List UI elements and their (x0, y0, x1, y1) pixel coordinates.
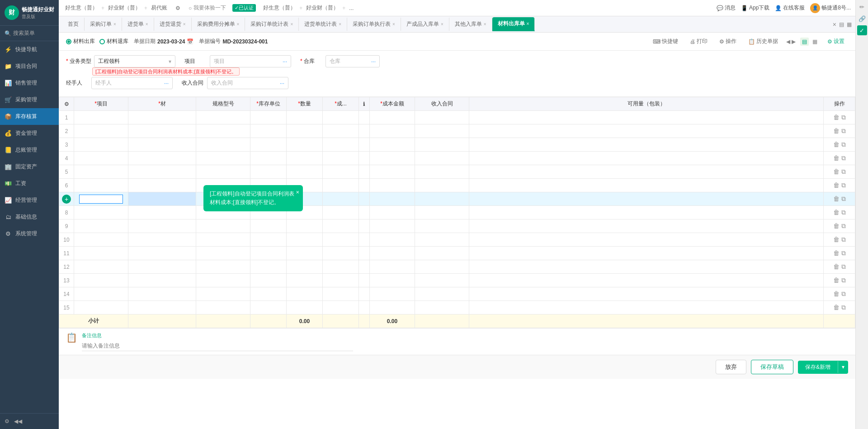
delete-row-btn[interactable]: 🗑 (833, 304, 840, 311)
sidebar-item-sales[interactable]: 📊 销售管理 (0, 75, 59, 91)
tab-material-out[interactable]: 材料出库单 × (492, 17, 535, 31)
copy-row-btn[interactable]: ⧉ (841, 222, 846, 230)
nav-settings[interactable]: ⚙ (174, 5, 182, 11)
sidebar-item-assets[interactable]: 🏢 固定资产 (0, 158, 59, 175)
right-tool-active[interactable]: ✓ (857, 25, 867, 35)
tab-close-material-out[interactable]: × (527, 21, 529, 26)
operate-btn[interactable]: ⚙ 操作 (716, 36, 740, 47)
save-draft-btn[interactable]: 保存草稿 (751, 360, 793, 374)
copy-row-btn[interactable]: ⧉ (841, 290, 846, 298)
sidebar-item-payroll[interactable]: 💵 工资 (0, 175, 59, 192)
delete-row-btn[interactable]: 🗑 (833, 236, 840, 243)
copy-row-btn[interactable]: ⧉ (841, 195, 846, 203)
handler-dots[interactable]: ··· (164, 80, 169, 86)
sidebar-item-project[interactable]: 📁 项目合同 (0, 58, 59, 75)
layout1-btn[interactable]: ▤ (800, 38, 809, 46)
copy-row-btn[interactable]: ⧉ (841, 236, 846, 243)
right-tool-edit[interactable]: ✏ (857, 2, 867, 12)
right-tool-link[interactable]: 🔗 (857, 14, 867, 24)
history-btn[interactable]: 📋 历史单据 (745, 36, 782, 47)
user-avatar[interactable]: 👤 畅捷通8号... (810, 3, 851, 13)
tab-close-purchase[interactable]: × (113, 22, 116, 27)
tab-incoming[interactable]: 进货单 × (122, 18, 154, 31)
nav-next-icon[interactable]: ▶ (792, 38, 796, 45)
copy-row-btn[interactable]: ⧉ (841, 154, 846, 162)
tab-close-incoming-return[interactable]: × (183, 22, 186, 27)
tab-layout2[interactable]: ▦ (847, 21, 852, 28)
delete-row-btn[interactable]: 🗑 (833, 249, 840, 257)
sidebar-item-purchase[interactable]: 🛒 采购管理 (0, 91, 59, 108)
nav-more[interactable]: ... (347, 5, 355, 11)
delete-row-btn[interactable]: 🗑 (833, 141, 840, 148)
nav-experience[interactable]: ○ 我要体验一下 (189, 4, 226, 12)
sidebar-item-basic[interactable]: 🗂 基础信息 (0, 209, 59, 225)
delete-row-btn[interactable]: 🗑 (833, 290, 840, 298)
tab-close-purchase-cost[interactable]: × (237, 22, 240, 27)
copy-row-btn[interactable]: ⧉ (841, 263, 846, 271)
warehouse-select[interactable]: 仓库 ··· (326, 55, 380, 67)
project-select[interactable]: 项目 ··· (210, 55, 291, 67)
notes-input[interactable] (82, 341, 353, 351)
online-service-btn[interactable]: 👤 在线客服 (775, 4, 805, 12)
nav-yidaipei[interactable]: 易代账 (149, 4, 169, 12)
income-contract-select[interactable]: 收入合同 ··· (207, 77, 288, 89)
sidebar-item-accounting[interactable]: 📒 总账管理 (0, 142, 59, 158)
tab-purchase-stat[interactable]: 采购订单统计表 × (245, 18, 299, 31)
quick-key-btn[interactable]: ⌨ 快捷键 (649, 36, 682, 47)
sidebar-item-system[interactable]: ⚙ 系统管理 (0, 225, 59, 242)
sidebar-item-operations[interactable]: 📈 经营管理 (0, 192, 59, 209)
app-download-btn[interactable]: 📱 App下载 (741, 4, 769, 12)
tab-product-stock[interactable]: 产成品入库单 × (401, 18, 449, 31)
nav-haoyecai[interactable]: 好业财（普） (106, 4, 142, 12)
save-new-main-btn[interactable]: 保存&新增 (798, 361, 838, 374)
col-settings[interactable]: ⚙ (59, 97, 74, 111)
collapse-icon[interactable]: ◀◀ (14, 418, 22, 424)
copy-row-btn[interactable]: ⧉ (841, 249, 846, 257)
tab-purchase[interactable]: 采购订单 × (85, 18, 122, 31)
tab-purchase-exec[interactable]: 采购订单执行表 × (347, 18, 401, 31)
layout2-btn[interactable]: ▦ (811, 38, 819, 46)
tab-layout1[interactable]: ▤ (839, 21, 844, 28)
nav-prev-icon[interactable]: ◀ (786, 38, 790, 45)
delete-row-btn[interactable]: 🗑 (833, 276, 840, 284)
warehouse-dots[interactable]: ··· (371, 58, 376, 65)
delete-row-btn[interactable]: 🗑 (833, 263, 840, 271)
delete-row-btn[interactable]: 🗑 (833, 195, 840, 203)
copy-row-btn[interactable]: ⧉ (841, 168, 846, 176)
copy-row-btn[interactable]: ⧉ (841, 304, 846, 311)
delete-row-btn[interactable]: 🗑 (833, 209, 840, 216)
tab-close-all[interactable]: × (833, 21, 836, 28)
search-menu-item[interactable]: 🔍 搜索菜单 (0, 26, 59, 41)
delete-row-btn[interactable]: 🗑 (833, 154, 840, 162)
project-dots[interactable]: ··· (283, 58, 287, 65)
add-row-btn[interactable]: + (62, 195, 71, 204)
nav-haoshengyi[interactable]: 好生意（普） (63, 4, 99, 12)
tab-home[interactable]: 首页 (62, 18, 85, 31)
tab-close-purchase-stat[interactable]: × (290, 22, 293, 27)
print-btn[interactable]: 🖨 打印 (686, 36, 711, 47)
tab-purchase-cost[interactable]: 采购费用分摊单 × (192, 18, 245, 31)
tooltip-close-btn[interactable]: × (296, 188, 299, 197)
settings-btn[interactable]: ⚙ 设置 (824, 36, 848, 47)
tab-close-incoming[interactable]: × (146, 22, 148, 27)
copy-row-btn[interactable]: ⧉ (841, 127, 846, 135)
tab-close-incoming-stat[interactable]: × (339, 22, 341, 27)
copy-row-btn[interactable]: ⧉ (841, 141, 846, 148)
delete-row-btn[interactable]: 🗑 (833, 127, 840, 135)
tab-incoming-stat[interactable]: 进货单统计表 × (299, 18, 347, 31)
delete-row-btn[interactable]: 🗑 (833, 168, 840, 176)
tab-incoming-return[interactable]: 进货退货 × (154, 18, 192, 31)
table-settings-icon[interactable]: ⚙ (64, 101, 69, 107)
tab-close-product-stock[interactable]: × (441, 22, 443, 27)
sidebar-item-inventory[interactable]: 📦 库存核算 (0, 108, 59, 125)
message-btn[interactable]: 💬 消息 (717, 4, 736, 12)
handler-select[interactable]: 经手人 ··· (91, 77, 173, 89)
copy-row-btn[interactable]: ⧉ (841, 209, 846, 216)
delete-row-btn[interactable]: 🗑 (833, 114, 840, 121)
discard-btn[interactable]: 放弃 (716, 360, 746, 374)
sidebar-item-quicknav[interactable]: ⚡ 快捷导航 (0, 41, 59, 58)
delete-row-btn[interactable]: 🗑 (833, 181, 840, 189)
save-new-arrow-btn[interactable]: ▾ (838, 361, 848, 373)
tab-other-in[interactable]: 其他入库单 × (449, 18, 492, 31)
radio-return[interactable]: 材料退库 (99, 38, 128, 45)
